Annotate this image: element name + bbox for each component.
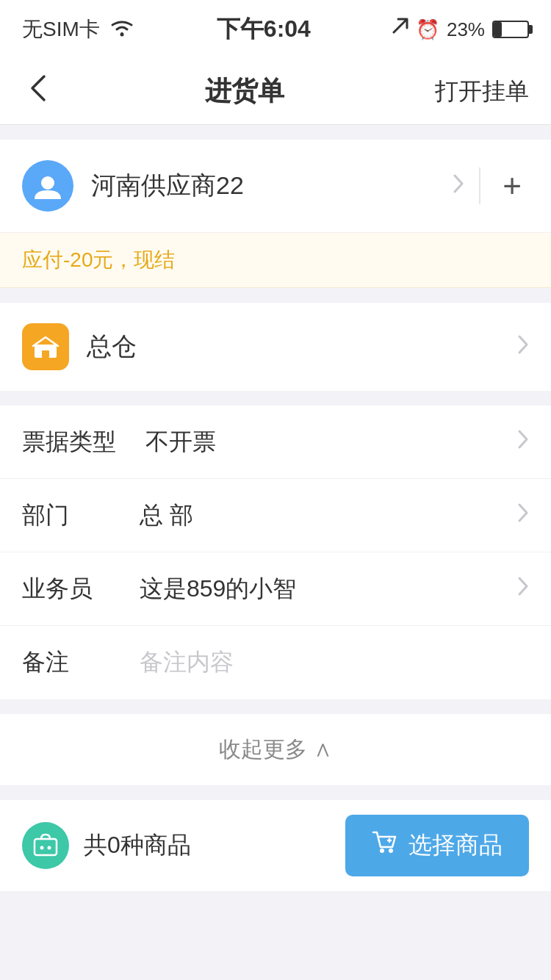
warehouse-icon-wrap: [22, 323, 69, 370]
supplier-avatar: [22, 160, 73, 212]
warehouse-name: 总仓: [87, 330, 517, 364]
battery-icon: [492, 21, 529, 38]
svg-point-5: [40, 846, 44, 850]
svg-point-7: [380, 849, 384, 853]
select-product-button[interactable]: 选择商品: [345, 815, 529, 876]
alarm-icon: ⏰: [416, 18, 439, 41]
sales-label: 业务员: [22, 573, 110, 605]
status-right: ⏰ 23%: [392, 18, 529, 42]
invoice-label: 票据类型: [22, 426, 116, 458]
sales-value: 这是859的小智: [110, 573, 517, 605]
battery-percent: 23%: [447, 18, 485, 41]
form-section: 票据类型 不开票 部门 总 部 业务员 这是859的小智 备注 备注内容: [0, 406, 551, 699]
remark-placeholder: 备注内容: [110, 646, 529, 679]
svg-point-0: [120, 32, 123, 36]
status-bar: 无SIM卡 下午6:04 ⏰ 23%: [0, 0, 551, 59]
supplier-section: 河南供应商22 + 应付-20元，现结: [0, 140, 551, 288]
product-icon-wrap: [22, 822, 69, 869]
supplier-divider: [479, 167, 480, 204]
invoice-chevron-icon: [517, 428, 529, 455]
invoice-row[interactable]: 票据类型 不开票: [0, 406, 551, 479]
svg-rect-3: [42, 350, 49, 358]
notice-text: 应付-20元，现结: [22, 248, 175, 271]
section-gap-2: [0, 288, 551, 303]
sales-chevron-icon: [517, 575, 529, 602]
location-icon: [392, 18, 408, 42]
open-pending-button[interactable]: 打开挂单: [435, 76, 529, 108]
carrier-label: 无SIM卡: [22, 15, 100, 43]
notice-bar: 应付-20元，现结: [0, 233, 551, 288]
remark-label: 备注: [22, 646, 110, 679]
status-time: 下午6:04: [217, 13, 311, 46]
svg-point-6: [48, 846, 51, 850]
dept-label: 部门: [22, 500, 110, 532]
remark-row[interactable]: 备注 备注内容: [0, 626, 551, 699]
page-title: 进货单: [205, 73, 284, 109]
bottom-bar: 共0种商品 选择商品: [0, 800, 551, 891]
collapse-label: 收起更多 ∧: [219, 735, 331, 765]
supplier-chevron-icon: [453, 173, 464, 200]
nav-bar: 进货单 打开挂单: [0, 59, 551, 125]
warehouse-row[interactable]: 总仓: [0, 303, 551, 391]
supplier-row[interactable]: 河南供应商22 +: [0, 140, 551, 233]
add-supplier-button[interactable]: +: [495, 167, 529, 204]
back-button[interactable]: [22, 66, 54, 118]
invoice-value: 不开票: [116, 426, 517, 458]
svg-point-1: [41, 176, 54, 190]
dept-value: 总 部: [110, 500, 517, 532]
sales-row[interactable]: 业务员 这是859的小智: [0, 552, 551, 626]
cart-icon: [372, 831, 398, 860]
dept-chevron-icon: [517, 502, 529, 529]
dept-row[interactable]: 部门 总 部: [0, 479, 551, 552]
supplier-name: 河南供应商22: [91, 169, 453, 203]
status-left: 无SIM卡: [22, 15, 135, 43]
svg-rect-4: [35, 839, 57, 855]
wifi-icon: [109, 18, 135, 42]
product-count: 共0种商品: [84, 829, 331, 862]
gray-background: [0, 891, 551, 980]
svg-point-8: [389, 849, 393, 853]
warehouse-chevron-icon: [517, 334, 529, 361]
select-product-label: 选择商品: [408, 829, 503, 862]
collapse-row[interactable]: 收起更多 ∧: [0, 714, 551, 785]
section-gap-1: [0, 125, 551, 140]
